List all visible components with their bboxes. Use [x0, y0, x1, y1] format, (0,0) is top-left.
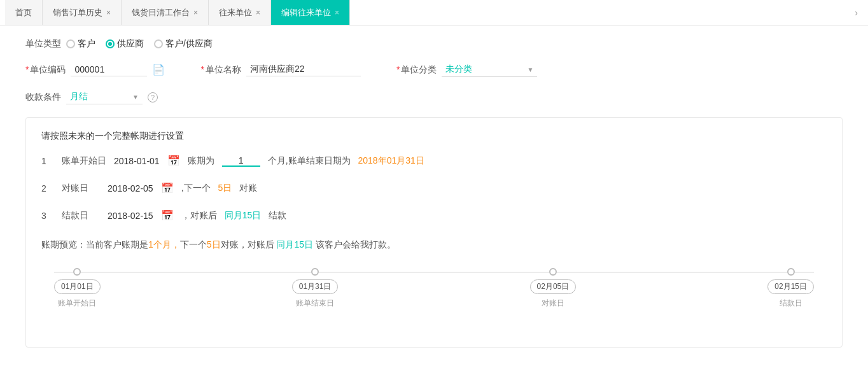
- payment-label: 收款条件: [25, 92, 61, 103]
- timeline-point-2: 01月31日 账单结束日: [292, 268, 339, 309]
- row-3-date: 2018-02-15: [108, 211, 153, 221]
- point-4-circle: [787, 268, 795, 276]
- tab-cashier[interactable]: 钱货日清工作台 ×: [122, 0, 209, 25]
- tab-cashier-close[interactable]: ×: [193, 8, 198, 17]
- row-2-num: 2: [41, 183, 54, 194]
- category-value: 未分类: [445, 64, 524, 75]
- tab-partner-close[interactable]: ×: [256, 8, 260, 17]
- row-2-desc-prefix: ,下一个: [181, 183, 211, 194]
- row-2-date: 2018-02-05: [108, 183, 153, 194]
- row-3-cal-icon[interactable]: 📅: [161, 209, 174, 222]
- row-2-highlight: 5日: [218, 183, 232, 194]
- row-3-label: 结款日: [62, 210, 100, 222]
- preview-highlight2: 5日: [207, 239, 221, 250]
- code-label: *单位编码: [25, 64, 66, 76]
- category-label: *单位分类: [396, 64, 437, 76]
- timeline-point-4: 02月15日 结款日: [767, 268, 814, 309]
- category-arrow-icon: ▼: [527, 66, 533, 73]
- row-1-period-suffix: 个月,账单结束日期为: [268, 155, 351, 167]
- preview-text: 账期预览：当前客户账期是1个月，下一个5日对账，对账后 同月15日 该客户会给我…: [41, 237, 827, 253]
- payment-value: 月结: [70, 91, 130, 102]
- payment-dropdown[interactable]: 月结 ▼: [66, 90, 143, 104]
- unit-type-row: 单位类型 客户 供应商 客户/供应商: [25, 38, 843, 50]
- name-input[interactable]: [246, 63, 361, 76]
- point-4-sublabel: 结款日: [780, 298, 802, 309]
- tab-more-arrow[interactable]: ›: [850, 0, 863, 25]
- category-dropdown[interactable]: 未分类 ▼: [442, 62, 537, 77]
- tab-sales-history-label: 销售订单历史: [53, 7, 102, 18]
- setting-row-1: 1 账单开始日 2018-01-01 📅 账期为 个月,账单结束日期为 2018…: [41, 155, 827, 167]
- radio-customer[interactable]: 客户: [66, 38, 95, 50]
- row-1-period-end: 2018年01月31日: [358, 155, 424, 167]
- preview-middle2: 对账，对账后: [221, 239, 274, 250]
- row-1-num: 1: [41, 156, 54, 166]
- name-label: *单位名称: [200, 64, 241, 76]
- main-content: 单位类型 客户 供应商 客户/供应商 *单位编码 📄: [0, 25, 868, 387]
- preview-prefix: 账期预览：当前客户账期是: [41, 239, 148, 250]
- code-input[interactable]: [71, 63, 147, 76]
- point-1-label: 01月01日: [54, 279, 101, 294]
- row-1-label: 账单开始日: [62, 155, 106, 167]
- radio-customer-circle: [66, 39, 75, 48]
- row-3-desc-prefix: ，对账后: [181, 210, 217, 222]
- timeline-point-1: 01月01日 账单开始日: [54, 268, 101, 309]
- tab-home[interactable]: 首页: [5, 0, 43, 25]
- tab-partner[interactable]: 往来单位 ×: [209, 0, 271, 25]
- preview-highlight1: 1个月，: [148, 239, 180, 250]
- payment-row: 收款条件 月结 ▼ ?: [25, 90, 843, 104]
- setting-row-2: 2 对账日 2018-02-05 📅 ,下一个5日对账: [41, 182, 827, 194]
- row-2-cal-icon[interactable]: 📅: [161, 182, 174, 194]
- row-1-cal-icon[interactable]: 📅: [167, 155, 180, 167]
- point-2-label: 01月31日: [292, 279, 339, 294]
- radio-supplier-label: 供应商: [117, 38, 144, 50]
- point-4-label: 02月15日: [767, 279, 814, 294]
- unit-type-radio-group: 客户 供应商 客户/供应商: [66, 38, 213, 50]
- row-1-period-prefix: 账期为: [188, 155, 214, 167]
- radio-both-label: 客户/供应商: [165, 38, 213, 50]
- period-input[interactable]: [222, 155, 260, 167]
- tab-cashier-label: 钱货日清工作台: [132, 7, 190, 18]
- tab-edit-partner-close[interactable]: ×: [335, 8, 339, 17]
- payment-arrow-icon: ▼: [132, 94, 139, 101]
- name-field-group: *单位名称: [200, 63, 360, 76]
- code-name-category-row: *单位编码 📄 *单位名称 *单位分类 未分类 ▼: [25, 62, 843, 77]
- radio-supplier[interactable]: 供应商: [106, 38, 144, 50]
- unit-type-label: 单位类型: [25, 38, 61, 50]
- row-3-highlight: 同月15日: [225, 210, 262, 222]
- settings-section: 请按照未来的一个完整帐期进行设置 1 账单开始日 2018-01-01 📅 账期…: [25, 117, 843, 348]
- radio-both[interactable]: 客户/供应商: [154, 38, 213, 50]
- row-2-desc-suffix: 对账: [239, 183, 257, 194]
- point-1-sublabel: 账单开始日: [58, 298, 96, 309]
- preview-highlight3: 同月15日: [276, 239, 313, 250]
- radio-supplier-circle: [106, 39, 115, 48]
- row-3-num: 3: [41, 211, 54, 221]
- radio-customer-label: 客户: [78, 38, 95, 50]
- tab-sales-history[interactable]: 销售订单历史 ×: [43, 0, 122, 25]
- timeline-container: 01月01日 账单开始日 01月31日 账单结束日 02月05日 对账日: [41, 268, 827, 334]
- tab-edit-partner[interactable]: 编辑往来单位 ×: [271, 0, 350, 25]
- preview-suffix: 该客户会给我打款。: [316, 239, 396, 250]
- point-1-circle: [73, 268, 81, 276]
- row-1-date: 2018-01-01: [114, 156, 160, 166]
- point-3-label: 02月05日: [530, 279, 577, 294]
- tabs-bar: 首页 销售订单历史 × 钱货日清工作台 × 往来单位 × 编辑往来单位 × ›: [0, 0, 868, 25]
- row-3-desc-suffix: 结款: [269, 210, 286, 222]
- code-book-icon[interactable]: 📄: [152, 64, 165, 76]
- code-field-group: *单位编码 📄: [25, 63, 165, 76]
- point-3-circle: [549, 268, 557, 276]
- row-2-label: 对账日: [62, 183, 100, 194]
- point-2-sublabel: 账单结束日: [296, 298, 334, 309]
- timeline-point-3: 02月05日 对账日: [530, 268, 577, 309]
- timeline-points: 01月01日 账单开始日 01月31日 账单结束日 02月05日 对账日: [54, 268, 814, 309]
- radio-both-circle: [154, 39, 163, 48]
- tab-edit-partner-label: 编辑往来单位: [281, 7, 331, 18]
- point-3-sublabel: 对账日: [542, 298, 564, 309]
- tab-sales-history-close[interactable]: ×: [106, 8, 111, 17]
- tab-home-label: 首页: [15, 7, 32, 18]
- preview-middle1: 下一个: [180, 239, 207, 250]
- section-title: 请按照未来的一个完整帐期进行设置: [41, 130, 827, 142]
- tab-partner-label: 往来单位: [219, 7, 252, 18]
- category-field-group: *单位分类 未分类 ▼: [396, 62, 537, 77]
- payment-help-icon[interactable]: ?: [148, 92, 158, 102]
- setting-row-3: 3 结款日 2018-02-15 📅 ，对账后同月15日结款: [41, 209, 827, 222]
